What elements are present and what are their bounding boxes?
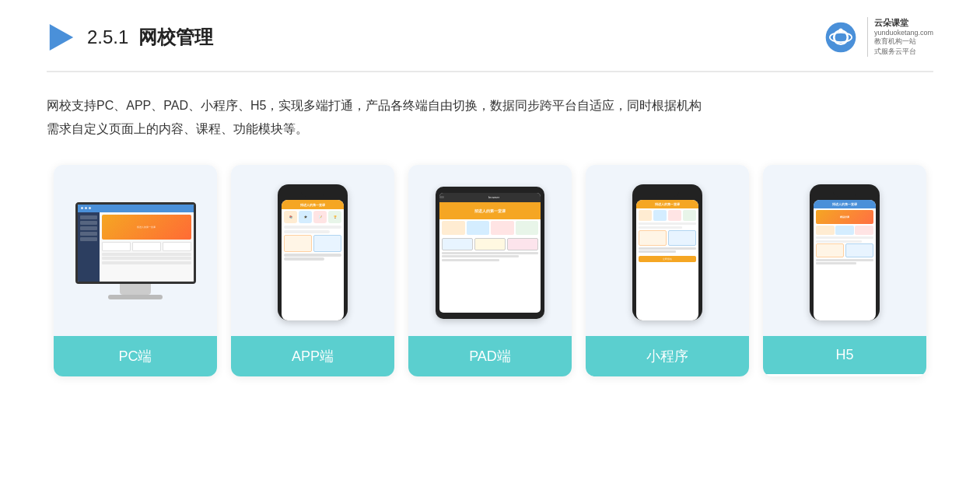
svg-marker-0 — [50, 23, 73, 50]
phone-device-mini: 招进人的第一堂课 — [632, 184, 702, 320]
card-pc-label: PC端 — [54, 336, 217, 376]
card-pad-image: browser 招进人的第一堂课 — [408, 165, 572, 336]
card-mini-image: 招进人的第一堂课 — [586, 165, 749, 336]
card-app: 招进人的第一堂课 📚 🎓 📝 🏆 — [231, 165, 394, 376]
desktop-device: 招进人的第一堂课 — [69, 202, 201, 303]
section-name: 网校管理 — [138, 26, 213, 47]
phone-screen-h5: 招进人的第一堂课 精品好课 — [814, 200, 876, 320]
phone-device-app: 招进人的第一堂课 📚 🎓 📝 🏆 — [278, 184, 348, 320]
card-h5: 招进人的第一堂课 精品好课 — [763, 165, 926, 376]
card-h5-label: H5 — [763, 336, 926, 374]
phone-screen-app: 招进人的第一堂课 📚 🎓 📝 🏆 — [282, 200, 344, 320]
header: 2.5.1 网校管理 云朵课堂 yunduoketang.com 教育机构一站 … — [47, 0, 933, 72]
description-line1: 网校支持PC、APP、PAD、小程序、H5，实现多端打通，产品各终端自由切换，数… — [47, 94, 933, 117]
phone-screen-mini: 招进人的第一堂课 — [636, 200, 698, 320]
logo-slogan2: 式服务云平台 — [874, 47, 916, 57]
card-mini-label: 小程序 — [586, 336, 749, 376]
card-app-label: APP端 — [231, 336, 394, 376]
logo-area: 云朵课堂 yunduoketang.com 教育机构一站 式服务云平台 — [824, 17, 933, 57]
card-pad-label: PAD端 — [408, 336, 572, 376]
card-mini: 招进人的第一堂课 — [586, 165, 749, 376]
phone-device-h5: 招进人的第一堂课 精品好课 — [810, 184, 880, 320]
page-title: 2.5.1 网校管理 — [87, 25, 213, 50]
card-h5-image: 招进人的第一堂课 精品好课 — [763, 165, 926, 336]
section-number: 2.5.1 — [87, 26, 128, 47]
logo-brand-name: 云朵课堂 — [874, 17, 908, 29]
logo-slogan1: 教育机构一站 — [874, 37, 916, 47]
description-line2: 需求自定义页面上的内容、课程、功能模块等。 — [47, 117, 933, 141]
play-icon — [47, 23, 76, 52]
brand-logo-icon — [824, 20, 858, 54]
description-text: 网校支持PC、APP、PAD、小程序、H5，实现多端打通，产品各终端自由切换，数… — [47, 94, 933, 142]
card-pad: browser 招进人的第一堂课 — [408, 165, 572, 376]
logo-website: yunduoketang.com — [874, 29, 933, 37]
tablet-device: browser 招进人的第一堂课 — [436, 187, 544, 319]
page-container: 2.5.1 网校管理 云朵课堂 yunduoketang.com 教育机构一站 … — [0, 0, 980, 490]
card-pc: 招进人的第一堂课 — [54, 165, 217, 376]
logo-text: 云朵课堂 yunduoketang.com 教育机构一站 式服务云平台 — [867, 17, 933, 57]
header-left: 2.5.1 网校管理 — [47, 23, 213, 52]
card-pc-image: 招进人的第一堂课 — [54, 165, 217, 336]
svg-point-4 — [838, 28, 842, 32]
tablet-screen: browser 招进人的第一堂课 — [439, 193, 541, 313]
desktop-screen: 招进人的第一堂课 — [75, 202, 196, 284]
cards-section: 招进人的第一堂课 — [47, 165, 933, 376]
card-app-image: 招进人的第一堂课 📚 🎓 📝 🏆 — [231, 165, 394, 336]
